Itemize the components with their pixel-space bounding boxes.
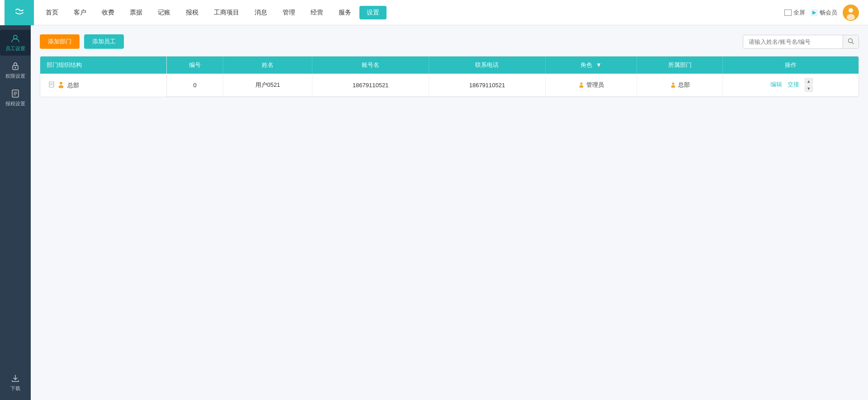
- role-badge: 管理员: [578, 81, 604, 89]
- member-button[interactable]: ▶ 畅会员: [811, 9, 837, 17]
- tax-settings-icon: [10, 89, 20, 99]
- toolbar: 添加部门 添加员工: [40, 34, 859, 49]
- col-role: 角色 ▼: [545, 56, 637, 74]
- person-settings-icon: [10, 33, 20, 43]
- app-logo: [5, 0, 34, 25]
- svg-point-16: [60, 82, 62, 85]
- nav-menu: 首页 客户 收费 票据 记账 报税 工商项目 消息 管理 经营 服务 设置: [34, 6, 784, 19]
- dept-tree: 部门组织结构: [40, 56, 167, 97]
- svg-point-2: [849, 8, 853, 13]
- top-navigation: 首页 客户 收费 票据 记账 报税 工商项目 消息 管理 经营 服务 设置 全屏…: [0, 0, 868, 25]
- search-button[interactable]: [843, 35, 859, 48]
- employee-table: 编号 姓名 账号名 联系电话 角色 ▼ 所属部门 操作 0: [167, 56, 859, 97]
- svg-point-17: [59, 85, 64, 89]
- cell-phone: 18679110521: [429, 74, 546, 97]
- cell-role: 管理员: [545, 74, 637, 97]
- sidebar: 员工设置 权限设置 报税设置 下载: [0, 25, 31, 400]
- svg-point-18: [580, 82, 583, 85]
- dept-tree-body: 总部: [40, 74, 166, 97]
- nav-right-controls: 全屏 ▶ 畅会员: [784, 5, 859, 21]
- search-box: [743, 35, 859, 49]
- cell-action: 编辑 交接 ▲ ▼: [723, 74, 859, 97]
- table-row: 0 用户0521 18679110521 18679110521: [167, 74, 859, 97]
- svg-point-20: [672, 82, 674, 85]
- nav-business[interactable]: 工商项目: [207, 6, 246, 19]
- nav-home[interactable]: 首页: [38, 6, 66, 19]
- add-employee-button[interactable]: 添加员工: [84, 34, 124, 49]
- avatar[interactable]: [843, 5, 859, 21]
- lock-settings-icon: [10, 61, 20, 71]
- edit-link[interactable]: 编辑: [770, 81, 782, 88]
- search-input[interactable]: [743, 36, 843, 48]
- main-content: 添加部门 添加员工 部门组织结构: [31, 25, 868, 400]
- table-header-row: 编号 姓名 账号名 联系电话 角色 ▼ 所属部门 操作: [167, 56, 859, 74]
- svg-point-0: [11, 5, 28, 21]
- role-user-icon: [578, 81, 585, 89]
- svg-point-6: [15, 67, 16, 68]
- nav-message[interactable]: 消息: [247, 6, 274, 19]
- nav-invoice[interactable]: 票据: [123, 6, 150, 19]
- nav-customer[interactable]: 客户: [66, 6, 94, 19]
- nav-settings[interactable]: 设置: [359, 6, 387, 19]
- svg-point-19: [580, 85, 584, 88]
- col-account: 账号名: [312, 56, 429, 74]
- panel-container: 部门组织结构: [40, 56, 859, 97]
- cell-account: 18679110521: [312, 74, 429, 97]
- nav-manage[interactable]: 管理: [275, 6, 302, 19]
- cell-id: 0: [167, 74, 223, 97]
- member-icon: ▶: [811, 9, 818, 16]
- scroll-control: ▲ ▼: [805, 78, 813, 92]
- scroll-down-arrow[interactable]: ▼: [805, 85, 813, 92]
- sidebar-item-employee[interactable]: 员工设置: [0, 30, 31, 56]
- svg-rect-13: [49, 82, 54, 87]
- col-action: 操作: [723, 56, 859, 74]
- dept-user-icon: [670, 81, 676, 89]
- handover-link[interactable]: 交接: [788, 81, 799, 88]
- dept-badge: 总部: [670, 81, 690, 89]
- download-icon: [10, 373, 20, 383]
- cell-dept: 总部: [637, 74, 723, 97]
- data-table: 编号 姓名 账号名 联系电话 角色 ▼ 所属部门 操作 0: [167, 56, 859, 97]
- file-icon: [48, 81, 55, 89]
- col-name: 姓名: [223, 56, 312, 74]
- col-id: 编号: [167, 56, 223, 74]
- dept-node-root[interactable]: 总部: [47, 78, 160, 92]
- filter-icon[interactable]: ▼: [596, 61, 602, 68]
- svg-point-4: [14, 35, 17, 39]
- nav-service[interactable]: 服务: [331, 6, 359, 19]
- cell-name: 用户0521: [223, 74, 312, 97]
- sidebar-item-tax[interactable]: 报税设置: [0, 85, 31, 111]
- col-phone: 联系电话: [429, 56, 546, 74]
- user-group-icon: [57, 81, 65, 89]
- dept-tree-header: 部门组织结构: [40, 56, 166, 74]
- fullscreen-icon: [784, 9, 792, 16]
- scroll-up-arrow[interactable]: ▲: [805, 78, 813, 85]
- fullscreen-button[interactable]: 全屏: [784, 9, 805, 17]
- col-dept: 所属部门: [637, 56, 723, 74]
- svg-line-12: [852, 42, 854, 44]
- svg-point-21: [671, 85, 675, 88]
- nav-tax[interactable]: 报税: [179, 6, 206, 19]
- add-dept-button[interactable]: 添加部门: [40, 34, 80, 49]
- sidebar-item-permission[interactable]: 权限设置: [0, 57, 31, 83]
- sidebar-item-download[interactable]: 下载: [0, 370, 31, 395]
- nav-operation[interactable]: 经营: [303, 6, 330, 19]
- nav-accounting[interactable]: 记账: [151, 6, 178, 19]
- nav-billing[interactable]: 收费: [94, 6, 122, 19]
